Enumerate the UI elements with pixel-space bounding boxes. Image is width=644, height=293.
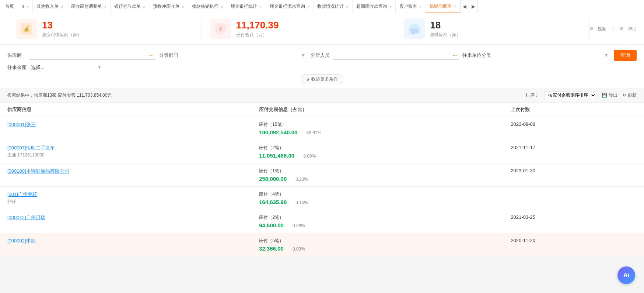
nav-tab-customer-ledger[interactable]: 客户账本 × (396, 0, 426, 13)
payable-pct: 89.61% (306, 130, 321, 135)
search-row-2: 往来余额 选择... ▼ (7, 64, 637, 71)
search-row-1: 供应商 ··· 分管部门 ▼ 分管人员 ··· 往来单位分类 (7, 50, 637, 61)
nav-tab-cash-bank[interactable]: 现金银行统计 × (227, 0, 266, 13)
dept-label: 分管部门 (159, 52, 181, 59)
result-bar: 搜索结果中，供应商13家 应付金额 111,703,854.00元 排序： 按应… (0, 88, 644, 103)
query-button[interactable]: 查询 (614, 50, 637, 61)
nav-tab-receipt-stat-label: 收款情况统计 (317, 3, 344, 10)
close-icon[interactable]: × (221, 4, 223, 9)
summary-bar: 💰 13 总应付供应商（家） ¥ 11,170.39 应付合计（万） (0, 13, 644, 45)
payable-pct: 0.08% (293, 223, 305, 228)
amount-icon: ¥ (210, 18, 231, 39)
payable-info-cell: 应付（2笔） 11,051,486.00 9.89% (259, 145, 511, 159)
nav-tab-overdue[interactable]: 超期应收款查询 × (353, 0, 396, 13)
supplier-name: [000002]李四 (7, 238, 259, 244)
payable-info-cell: 应付（2笔） 94,600.00 0.08% (259, 214, 511, 228)
supplier-link[interactable]: [000012]广州贝瑞 (7, 215, 45, 220)
summary-item-payable-suppliers: 💰 13 总应付供应商（家） (7, 18, 202, 39)
collapse-button[interactable]: ∧ 收起更多条件 (301, 74, 343, 84)
close-icon[interactable]: × (346, 4, 348, 9)
unit-type-select[interactable] (493, 52, 605, 58)
nav-tab-supplier-ledger[interactable]: 供应商账本 × (426, 0, 460, 13)
supplier-name: [000100]本特勤油品有限公司 (7, 168, 259, 175)
close-icon[interactable]: × (143, 4, 145, 9)
person-input[interactable] (334, 52, 452, 58)
nav-tab-3[interactable]: 3 × (18, 0, 33, 13)
table-row[interactable]: [001]广州荣轩 仔仔 应付（4笔） 164,635.90 0.15% (0, 187, 644, 210)
nav-tab-home-label: 首页 (5, 3, 14, 10)
nav-tab-adjust-label: 应收应付调整单 (71, 3, 102, 10)
sort-select[interactable]: 按应付余额倒序排序 (544, 91, 596, 99)
balance-select[interactable]: 选择... (31, 65, 97, 70)
nav-tab-bank[interactable]: 银行存取款单 × (111, 0, 149, 13)
nav-next-arrow[interactable]: ▶ (469, 0, 478, 13)
supplier-input[interactable] (31, 52, 149, 58)
close-icon[interactable]: × (104, 4, 106, 9)
dept-select[interactable] (183, 52, 301, 58)
nav-tab-adjust[interactable]: 应收应付调整单 × (67, 0, 111, 13)
balance-select-wrap[interactable]: 选择... ▼ (29, 64, 103, 71)
table-row[interactable]: [000001]张三 应付（15笔） 100,092,540.00 89.61%… (0, 117, 644, 140)
nav-tab-prepay[interactable]: 预收冲应收单 × (149, 0, 188, 13)
supplier-link[interactable]: [000002]李四 (7, 238, 36, 244)
supplier-link[interactable]: [000001]张三 (7, 122, 36, 127)
supplier-link[interactable]: [000100]本特勤油品有限公司 (7, 168, 69, 174)
search-area: 供应商 ··· 分管部门 ▼ 分管人员 ··· 往来单位分类 (0, 45, 644, 88)
collapse-icon: ∧ (307, 77, 310, 82)
search-field-balance: 往来余额 选择... ▼ (7, 64, 103, 71)
nav-tab-home[interactable]: 首页 (1, 0, 18, 13)
unit-type-label: 往来单位分类 (462, 52, 491, 59)
supplier-label: 供应商 (7, 52, 29, 59)
summary-item-payable-total: ¥ 11,170.39 应付合计（万） (202, 18, 396, 39)
payable-amount-row: 94,600.00 0.08% (259, 222, 511, 228)
nav-tab-receipts[interactable]: 收款核销执行 × (188, 0, 227, 13)
help-link[interactable]: 帮助 (628, 26, 637, 32)
supplier-info-cell: [001]广州荣轩 仔仔 (7, 191, 259, 205)
close-icon[interactable]: × (61, 4, 63, 9)
export-label: 导出 (609, 92, 617, 99)
close-icon[interactable]: × (182, 4, 184, 9)
payable-count: 应付（1笔） (259, 168, 511, 174)
refresh-button[interactable]: ↻ 刷新 (623, 92, 637, 99)
table-row[interactable]: [000007]恒旺二手叉车 王通 17106110000 应付（2笔） 11,… (0, 140, 644, 163)
summary-item-total-suppliers: 18 总供应商（家） (395, 18, 589, 39)
top-nav: 首页 3 × 其他收入单 × 应收应付调整单 × 银行存取款单 × 预收冲应收单… (0, 0, 644, 13)
table-row[interactable]: [000012]广州贝瑞 应付（2笔） 94,600.00 0.08% 2021… (0, 210, 644, 233)
chevron-down-icon-2: ▼ (604, 53, 609, 58)
payable-total-label: 应付合计（万） (236, 32, 279, 38)
chevron-down-icon-3: ▼ (97, 65, 102, 70)
nav-prev-arrow[interactable]: ◀ (460, 0, 469, 13)
supplier-dots-icon[interactable]: ··· (149, 52, 154, 59)
col-payable-info: 应付交易信息（占比） (259, 106, 511, 113)
svg-rect-6 (412, 30, 414, 34)
payable-count: 应付（5笔） (259, 238, 511, 244)
nav-tab-cash-flow[interactable]: 现金银行流水查询 × (266, 0, 314, 13)
search-field-supplier: 供应商 ··· (7, 51, 155, 60)
video-icon: ⊙ (589, 26, 593, 32)
nav-tab-receipt-stat[interactable]: 收款情况统计 × (314, 0, 352, 13)
nav-tab-bank-label: 银行存取款单 (114, 3, 141, 10)
close-icon[interactable]: × (454, 4, 456, 8)
close-icon[interactable]: × (419, 4, 421, 9)
supplier-link[interactable]: [000007]恒旺二手叉车 (7, 145, 55, 151)
table-row[interactable]: [000100]本特勤油品有限公司 应付（1笔） 258,000.00 0.23… (0, 163, 644, 187)
close-icon[interactable]: × (389, 4, 392, 9)
dept-select-wrap[interactable]: ▼ (181, 52, 307, 59)
supplier-sub: 王通 17106110000 (7, 152, 259, 158)
supplier-info-cell: [000001]张三 (7, 121, 259, 128)
close-icon[interactable]: × (307, 4, 309, 9)
video-link[interactable]: 视频 (598, 26, 606, 32)
collapse-label: 收起更多条件 (311, 76, 338, 82)
close-icon[interactable]: × (27, 4, 29, 9)
table-row[interactable]: [000002]李四 应付（5笔） 32,366.00 0.03% 2020-1… (0, 233, 644, 256)
summary-help: ⊙ 视频 ｜ ⊙ 帮助 (589, 26, 637, 32)
close-icon[interactable]: × (259, 4, 262, 9)
payable-amount-row: 164,635.90 0.15% (259, 199, 511, 205)
payable-amount-row: 100,092,540.00 89.61% (259, 129, 511, 135)
payable-total-amount: 11,170.39 (236, 20, 279, 31)
unit-type-select-wrap[interactable]: ▼ (491, 52, 610, 59)
nav-tab-other-income[interactable]: 其他收入单 × (33, 0, 67, 13)
person-dots-icon[interactable]: ··· (452, 52, 457, 59)
supplier-link[interactable]: [001]广州荣轩 (7, 192, 37, 197)
export-button[interactable]: 💾 导出 (602, 92, 617, 99)
